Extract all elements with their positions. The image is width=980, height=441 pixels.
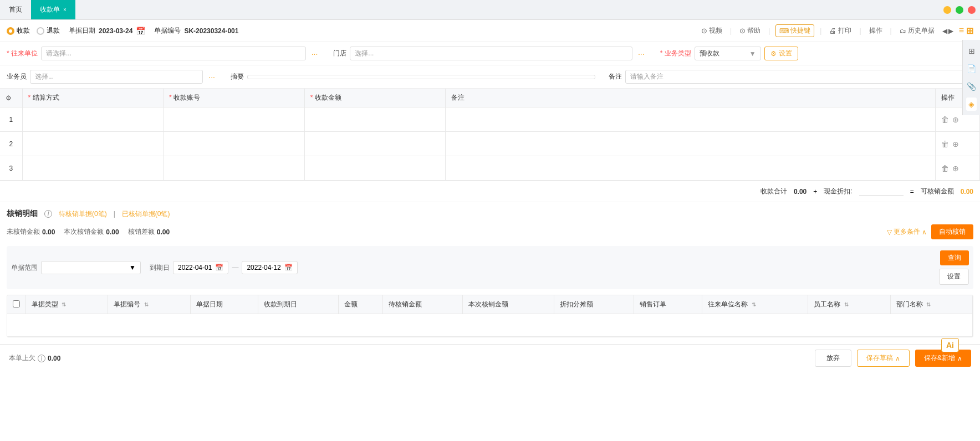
hexiao-info-icon[interactable]: i: [44, 210, 52, 218]
sort-dept-icon[interactable]: ⇅: [926, 301, 931, 307]
auto-hexiao-button[interactable]: 自动核销: [931, 224, 973, 239]
more-filter-btn[interactable]: ▽ 更多条件 ∧: [887, 227, 927, 237]
th-gear[interactable]: ⚙: [0, 89, 22, 107]
sort-num-icon[interactable]: ⇅: [144, 301, 149, 307]
print-btn[interactable]: 🖨 打印: [827, 25, 854, 37]
row-3-settlement[interactable]: [22, 156, 164, 181]
num-label: 单据编号: [154, 26, 181, 35]
tab-close-icon[interactable]: ×: [63, 7, 67, 13]
summary-row: 收款合计 0.00 + 现金折扣: = 可核销金额 0.00: [0, 181, 980, 202]
query-button[interactable]: 查询: [940, 250, 969, 265]
available-label: 可核销金额: [921, 187, 954, 196]
window-close-button[interactable]: [968, 6, 976, 14]
done-tab[interactable]: 已核销单据(0笔): [122, 209, 170, 219]
store-input[interactable]: 选择...: [350, 47, 632, 60]
business-type-value: 预收款: [700, 49, 719, 58]
unchecked-value: 0.00: [42, 228, 55, 236]
discount-input[interactable]: [859, 187, 904, 196]
counterparty-placeholder: 请选择...: [46, 49, 72, 58]
receipt-radio[interactable]: 收款: [7, 26, 30, 35]
save-draft-button[interactable]: 保存草稿 ∧: [857, 350, 910, 367]
row-2-account[interactable]: [164, 132, 305, 156]
print-label: 打印: [838, 26, 851, 35]
th-settlement-label: 结算方式: [33, 94, 59, 101]
operation-btn[interactable]: 操作: [867, 25, 885, 37]
window-maximize-button[interactable]: [956, 6, 963, 14]
ai-badge[interactable]: Ai: [941, 338, 959, 352]
abandon-button[interactable]: 放弃: [815, 350, 851, 367]
settings-button[interactable]: ⚙ 设置: [764, 47, 798, 60]
sort-type-icon[interactable]: ⇅: [62, 301, 66, 307]
row-3-notes[interactable]: [446, 156, 936, 181]
date-value[interactable]: 2023-03-24: [99, 27, 132, 35]
row-2-copy-icon[interactable]: ⊕: [952, 140, 959, 148]
tab-receipt[interactable]: 收款单 ×: [31, 0, 75, 19]
staff-more-btn[interactable]: ···: [206, 73, 217, 81]
row-1-delete-icon[interactable]: 🗑: [941, 115, 949, 124]
tab-bar: 首页 收款单 ×: [0, 0, 980, 20]
right-panel-active-icon[interactable]: ◈: [966, 98, 977, 111]
video-btn[interactable]: ⊙ 视频: [699, 25, 724, 37]
pending-tab[interactable]: 待核销单据(0笔): [59, 209, 107, 219]
row-2-settlement[interactable]: [22, 132, 164, 156]
available-value: 0.00: [961, 188, 973, 196]
table-row: 3 🗑 ⊕: [0, 156, 980, 181]
staff-label: 业务员: [7, 72, 27, 81]
staff-input[interactable]: 选择...: [30, 70, 203, 84]
window-controls: [943, 6, 980, 14]
business-type-select[interactable]: 预收款 ▼: [695, 47, 761, 60]
counterparty-input[interactable]: 请选择...: [41, 47, 306, 60]
store-more-btn[interactable]: ···: [636, 49, 647, 58]
table-row: 2 🗑 ⊕: [0, 132, 980, 156]
row-3-delete-icon[interactable]: 🗑: [941, 164, 949, 173]
help-btn[interactable]: ⊙ 帮助: [737, 25, 763, 37]
range-filter-select[interactable]: ▼: [41, 261, 141, 274]
row-1-account[interactable]: [164, 107, 305, 132]
calendar-icon[interactable]: 📅: [136, 27, 145, 35]
th-due-date: 收款到期日: [258, 295, 338, 314]
right-panel-doc-icon[interactable]: 📄: [964, 62, 978, 75]
row-1-amount[interactable]: [304, 107, 446, 132]
th-account: * 收款账号: [164, 89, 305, 107]
range-filter-label: 单据范围: [11, 263, 38, 273]
settings-label: 设置: [779, 49, 792, 58]
history-btn[interactable]: 🗂 历史单据: [897, 25, 937, 37]
row-2-amount[interactable]: [304, 132, 446, 156]
shortcut-btn[interactable]: ⌨ 快捷键: [775, 24, 814, 37]
nav-prev-icon[interactable]: ◀: [942, 27, 947, 35]
notes-placeholder: 请输入备注: [630, 72, 663, 81]
summary-input[interactable]: [247, 75, 595, 79]
row-1-settlement[interactable]: [22, 107, 164, 132]
num-value[interactable]: SK-20230324-001: [184, 27, 238, 35]
row-1-notes[interactable]: [446, 107, 936, 132]
layout-list-icon[interactable]: ≡: [959, 25, 964, 36]
row-3-amount[interactable]: [304, 156, 446, 181]
window-minimize-button[interactable]: [943, 6, 951, 14]
sort-staff-icon[interactable]: ⇅: [844, 301, 849, 307]
th-amount: * 收款金额: [304, 89, 446, 107]
th-staff-label: 员工名称: [814, 300, 840, 308]
layout-grid-icon[interactable]: ⊞: [966, 25, 973, 36]
nav-next-icon[interactable]: ▶: [948, 27, 953, 35]
select-all-checkbox[interactable]: [13, 300, 20, 307]
due-start-input[interactable]: 2022-04-01 📅: [173, 261, 228, 274]
row-1-copy-icon[interactable]: ⊕: [952, 115, 959, 124]
unchecked-stat: 未核销金额 0.00: [7, 227, 55, 237]
sort-counterparty-icon[interactable]: ⇅: [752, 301, 756, 307]
th-staff: 员工名称 ⇅: [808, 295, 890, 314]
due-date-label: 到期日: [150, 263, 170, 273]
right-panel-table-icon[interactable]: ⊞: [966, 44, 977, 58]
filter-settings-button[interactable]: 设置: [939, 269, 969, 285]
row-3-account[interactable]: [164, 156, 305, 181]
row-3-copy-icon[interactable]: ⊕: [952, 164, 959, 173]
due-end-input[interactable]: 2022-04-12 📅: [242, 261, 297, 274]
right-panel-clip-icon[interactable]: 📎: [964, 80, 978, 93]
refund-radio[interactable]: 退款: [37, 26, 60, 35]
counterparty-field-group: 往来单位 请选择... ···: [7, 47, 320, 60]
tab-home[interactable]: 首页: [0, 0, 31, 19]
row-2-notes[interactable]: [446, 132, 936, 156]
row-2-delete-icon[interactable]: 🗑: [941, 140, 949, 148]
notes-input[interactable]: 请输入备注: [625, 70, 973, 84]
table-settings-icon[interactable]: ⚙: [6, 94, 12, 102]
counterparty-more-btn[interactable]: ···: [309, 49, 320, 58]
